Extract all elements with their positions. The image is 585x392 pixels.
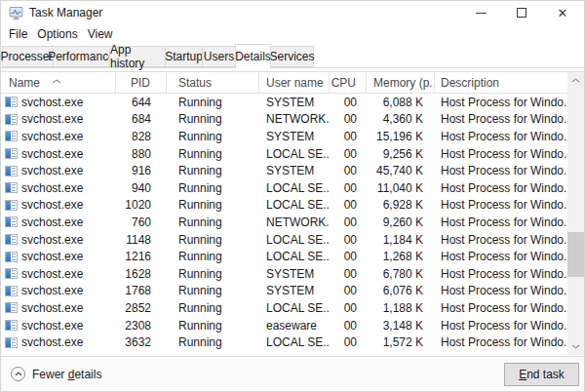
process-user-name: SYSTEM <box>259 94 330 111</box>
process-cpu: 00 <box>330 333 367 351</box>
process-description: Host Process for Windo... <box>435 179 567 197</box>
process-icon <box>5 166 18 176</box>
process-cpu: 00 <box>330 299 367 317</box>
tab-services[interactable]: Services <box>270 46 314 67</box>
process-memory: 6,088 K <box>367 94 435 111</box>
scroll-up-icon[interactable] <box>567 72 584 89</box>
table-row[interactable]: svchost.exe 880 Running LOCAL SE... 00 9… <box>1 145 584 163</box>
process-icon <box>5 268 18 279</box>
process-memory: 6,780 K <box>367 265 435 283</box>
process-cpu: 00 <box>330 248 367 265</box>
process-user-name: SYSTEM <box>259 265 330 283</box>
process-pid: 760 <box>116 214 167 231</box>
process-cpu: 00 <box>330 231 367 249</box>
process-status: Running <box>167 283 259 300</box>
table-row[interactable]: svchost.exe 1628 Running SYSTEM 00 6,780… <box>1 265 584 283</box>
process-name: svchost.exe <box>21 181 83 195</box>
process-user-name: NETWORK... <box>259 111 330 129</box>
process-memory: 1,572 K <box>367 333 435 351</box>
scroll-down-icon[interactable] <box>567 338 584 355</box>
process-cpu: 00 <box>330 317 367 334</box>
process-pid: 3632 <box>116 333 167 351</box>
column-header-user-name[interactable]: User name <box>259 72 330 93</box>
process-description: Host Process for Windo... <box>435 248 567 265</box>
table-row[interactable]: svchost.exe 940 Running LOCAL SE... 00 1… <box>1 179 584 197</box>
process-status: Running <box>167 94 259 111</box>
tab-startup[interactable]: Startup <box>165 46 203 67</box>
maximize-button[interactable] <box>501 0 542 25</box>
process-icon <box>5 234 18 245</box>
task-manager-icon <box>8 5 23 20</box>
process-pid: 828 <box>116 128 167 145</box>
window-title: Task Manager <box>29 6 102 20</box>
process-memory: 45,740 K <box>367 162 435 179</box>
process-pid: 2852 <box>116 299 167 317</box>
process-memory: 4,360 K <box>367 111 435 129</box>
column-header-status[interactable]: Status <box>167 72 259 93</box>
process-icon <box>5 97 18 107</box>
process-pid: 1628 <box>116 265 167 283</box>
process-name: svchost.exe <box>21 164 83 177</box>
table-row[interactable]: svchost.exe 1148 Running LOCAL SE... 00 … <box>1 231 584 249</box>
process-icon <box>5 131 18 141</box>
column-header-pid[interactable]: PID <box>116 72 167 93</box>
table-row[interactable]: svchost.exe 828 Running SYSTEM 00 15,196… <box>1 128 584 145</box>
process-status: Running <box>167 231 259 249</box>
close-button[interactable]: ✕ <box>542 0 583 25</box>
menu-view[interactable]: View <box>83 27 118 41</box>
tab-processes[interactable]: Processes <box>2 46 54 67</box>
fewer-details-label: Fewer details <box>32 368 101 381</box>
process-icon <box>5 320 18 331</box>
process-user-name: LOCAL SE... <box>259 231 330 249</box>
scrollbar-thumb[interactable] <box>567 232 584 277</box>
process-icon <box>5 337 18 348</box>
process-memory: 9,260 K <box>367 214 435 231</box>
process-icon <box>5 182 18 193</box>
process-status: Running <box>167 299 259 317</box>
tab-performance[interactable]: Performance <box>53 46 110 67</box>
process-cpu: 00 <box>330 265 367 283</box>
table-row[interactable]: svchost.exe 2852 Running LOCAL SE... 00 … <box>1 299 584 317</box>
process-user-name: NETWORK... <box>259 214 330 231</box>
process-user-name: SYSTEM <box>259 128 330 145</box>
process-name: svchost.exe <box>21 301 83 315</box>
process-pid: 644 <box>116 94 167 111</box>
process-memory: 1,188 K <box>367 299 435 317</box>
process-memory: 9,256 K <box>367 145 435 163</box>
table-row[interactable]: svchost.exe 760 Running NETWORK... 00 9,… <box>1 214 584 231</box>
table-row[interactable]: svchost.exe 1768 Running SYSTEM 00 6,076… <box>1 283 584 300</box>
process-description: Host Process for Windo... <box>435 197 567 215</box>
minimize-button[interactable] <box>460 0 501 25</box>
end-task-button[interactable]: End task <box>504 363 579 386</box>
tab-users[interactable]: Users <box>202 46 236 67</box>
table-row[interactable]: svchost.exe 916 Running SYSTEM 00 45,740… <box>1 162 584 179</box>
process-pid: 2308 <box>116 317 167 334</box>
column-header-memory[interactable]: Memory (p... <box>367 72 435 93</box>
table-row[interactable]: svchost.exe 684 Running NETWORK... 00 4,… <box>1 111 584 129</box>
table-row[interactable]: svchost.exe 644 Running SYSTEM 00 6,088 … <box>1 94 584 111</box>
process-memory: 6,076 K <box>367 283 435 300</box>
column-header-cpu[interactable]: CPU <box>330 72 367 93</box>
table-row[interactable]: svchost.exe 2308 Running easeware 00 3,1… <box>1 317 584 334</box>
table-row[interactable]: svchost.exe 1020 Running LOCAL SE... 00 … <box>1 197 584 215</box>
vertical-scrollbar[interactable] <box>567 72 584 355</box>
table-row[interactable]: svchost.exe 1216 Running LOCAL SE... 00 … <box>1 248 584 265</box>
process-table: Name PID Status User name CPU Memory (p.… <box>1 71 584 356</box>
table-header: Name PID Status User name CPU Memory (p.… <box>1 72 584 94</box>
process-cpu: 00 <box>330 179 367 197</box>
table-row[interactable]: svchost.exe 3632 Running LOCAL SE... 00 … <box>1 333 584 351</box>
process-memory: 6,928 K <box>367 197 435 215</box>
process-status: Running <box>167 179 259 197</box>
process-status: Running <box>167 128 259 145</box>
tab-app-history[interactable]: App history <box>109 46 166 67</box>
fewer-details-toggle[interactable]: Fewer details <box>11 367 101 381</box>
column-header-description[interactable]: Description <box>435 72 567 93</box>
process-description: Host Process for Windo... <box>435 128 567 145</box>
process-pid: 916 <box>116 162 167 179</box>
tab-details[interactable]: Details <box>235 44 271 69</box>
menu-options[interactable]: Options <box>32 27 82 41</box>
process-cpu: 00 <box>330 128 367 145</box>
process-name: svchost.exe <box>21 147 83 161</box>
menu-file[interactable]: File <box>4 27 32 41</box>
process-name: svchost.exe <box>21 319 83 333</box>
